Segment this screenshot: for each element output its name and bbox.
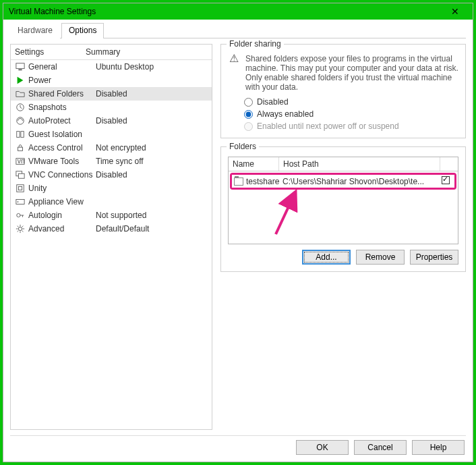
radio-always[interactable]: Always enabled — [244, 109, 458, 119]
gear-icon — [15, 224, 26, 234]
enabled-checkbox[interactable] — [442, 176, 450, 184]
window-title: Virtual Machine Settings — [9, 7, 443, 16]
help-button[interactable]: Help — [412, 440, 465, 455]
folder-name: testshare — [246, 177, 279, 186]
radio-disabled[interactable]: Disabled — [244, 97, 458, 107]
ok-button[interactable]: OK — [296, 440, 349, 455]
summary: Ubuntu Desktop — [96, 62, 208, 72]
col-settings: Settings — [15, 47, 86, 57]
vm-icon: vm — [15, 157, 26, 166]
folder-row[interactable]: testshare C:\Users\Shahriar Shovon\Deskt… — [232, 175, 454, 188]
svg-rect-12 — [17, 185, 24, 192]
col-path[interactable]: Host Path — [279, 157, 440, 171]
label: General — [28, 62, 96, 72]
col-name[interactable]: Name — [229, 157, 279, 171]
summary: Time sync off — [96, 157, 208, 166]
clock-icon — [15, 103, 26, 112]
label: Guest Isolation — [28, 130, 96, 139]
folder-path: C:\Users\Shahriar Shovon\Desktop\te... — [282, 177, 439, 186]
folders-group: Folders Name Host Path testshare C:\User… — [220, 146, 466, 272]
svg-rect-11 — [18, 173, 24, 178]
item-access-control[interactable]: Access Control Not encrypted — [11, 141, 212, 155]
cancel-button[interactable]: Cancel — [354, 440, 407, 455]
autoprotect-icon — [15, 116, 26, 126]
summary: Disabled — [96, 116, 208, 126]
settings-dialog: Virtual Machine Settings ✕ Hardware Opti… — [3, 3, 473, 462]
properties-button[interactable]: Properties — [410, 250, 458, 265]
radio-label: Disabled — [257, 97, 289, 107]
folders-header: Name Host Path — [229, 157, 458, 171]
group-legend: Folder sharing — [227, 39, 284, 49]
detail-pane: Folder sharing ⚠ Shared folders expose y… — [220, 44, 466, 430]
item-vmware-tools[interactable]: vm VMware Tools Time sync off — [11, 155, 212, 168]
summary: Disabled — [96, 89, 208, 99]
svg-rect-6 — [21, 132, 24, 138]
col-summary: Summary — [86, 47, 208, 57]
item-appliance-view[interactable]: Appliance View — [11, 195, 212, 209]
svg-rect-7 — [18, 147, 23, 151]
item-general[interactable]: General Ubuntu Desktop — [11, 60, 212, 74]
label: VMware Tools — [28, 157, 96, 166]
item-autologin[interactable]: Autologin Not supported — [11, 209, 212, 222]
svg-rect-13 — [18, 186, 22, 190]
dialog-buttons: OK Cancel Help — [10, 435, 466, 455]
label: Power — [28, 76, 96, 85]
item-guest-isolation[interactable]: Guest Isolation — [11, 128, 212, 141]
svg-rect-1 — [18, 70, 22, 71]
title-bar: Virtual Machine Settings ✕ — [3, 3, 473, 20]
radio-label: Always enabled — [257, 109, 314, 119]
lock-icon — [15, 143, 26, 153]
group-legend: Folders — [227, 142, 259, 151]
item-advanced[interactable]: Advanced Default/Default — [11, 222, 212, 236]
item-autoprotect[interactable]: AutoProtect Disabled — [11, 114, 212, 128]
label: Unity — [28, 184, 96, 193]
key-icon — [15, 211, 26, 220]
label: Appliance View — [28, 197, 96, 207]
arrow-annotation — [229, 191, 458, 238]
folders-grid[interactable]: Name Host Path testshare C:\Users\Shahri… — [228, 157, 458, 244]
highlight-annotation: testshare C:\Users\Shahriar Shovon\Deskt… — [230, 173, 456, 190]
svg-text:vm: vm — [18, 157, 25, 165]
summary: Not supported — [96, 211, 208, 220]
radio-label: Enabled until next power off or suspend — [257, 121, 399, 131]
col-enabled — [440, 157, 458, 171]
vnc-icon — [15, 170, 26, 180]
svg-line-19 — [276, 194, 295, 234]
play-icon — [15, 76, 26, 85]
client-area: Hardware Options Settings Summary Genera… — [3, 20, 473, 462]
unity-icon — [15, 184, 26, 193]
svg-marker-2 — [18, 77, 24, 84]
settings-list-header: Settings Summary — [11, 45, 212, 60]
folder-share-icon — [15, 89, 26, 99]
appliance-icon — [15, 197, 26, 207]
svg-rect-5 — [17, 132, 20, 138]
summary: Default/Default — [96, 224, 208, 234]
remove-button[interactable]: Remove — [356, 250, 405, 265]
svg-point-16 — [17, 213, 20, 217]
svg-point-17 — [18, 227, 22, 230]
item-shared-folders[interactable]: Shared Folders Disabled — [11, 87, 212, 101]
close-button[interactable]: ✕ — [443, 6, 467, 17]
summary: Disabled — [96, 170, 208, 180]
monitor-icon — [15, 62, 26, 72]
item-power[interactable]: Power — [11, 74, 212, 87]
add-button[interactable]: Add... — [302, 250, 351, 265]
label: Shared Folders — [28, 89, 96, 99]
settings-list: Settings Summary General Ubuntu Desktop … — [10, 44, 212, 430]
warning-text: Shared folders expose your files to prog… — [245, 54, 458, 92]
label: AutoProtect — [28, 116, 96, 126]
tab-options[interactable]: Options — [61, 23, 104, 38]
item-snapshots[interactable]: Snapshots — [11, 101, 212, 114]
radio-until-suspend: Enabled until next power off or suspend — [244, 121, 458, 131]
warning-icon: ⚠ — [228, 54, 240, 92]
item-unity[interactable]: Unity — [11, 182, 212, 195]
label: VNC Connections — [28, 170, 96, 180]
tab-hardware[interactable]: Hardware — [10, 23, 60, 38]
label: Autologin — [28, 211, 96, 220]
label: Access Control — [28, 143, 96, 153]
folder-sharing-group: Folder sharing ⚠ Shared folders expose y… — [220, 44, 466, 138]
svg-rect-0 — [16, 63, 24, 69]
label: Advanced — [28, 224, 96, 234]
item-vnc[interactable]: VNC Connections Disabled — [11, 168, 212, 182]
summary: Not encrypted — [96, 143, 208, 153]
